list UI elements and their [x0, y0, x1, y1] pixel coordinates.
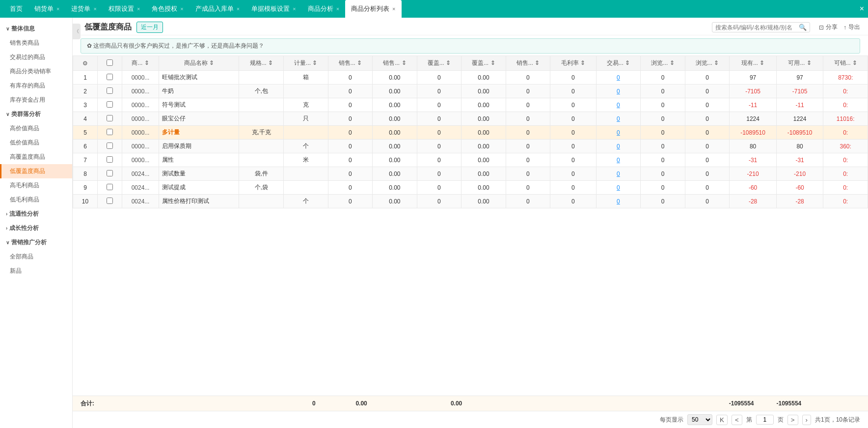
cell-check[interactable]: [98, 153, 122, 167]
nav-tab-template[interactable]: 单据模板设置 ×: [245, 0, 301, 18]
cell-name[interactable]: 牛奶: [159, 85, 239, 98]
sidebar-item-traded-goods[interactable]: 交易过的商品: [0, 50, 72, 64]
cell-name[interactable]: 属性: [159, 153, 239, 167]
filter-period-button[interactable]: 近一月: [136, 22, 163, 33]
page-size-select[interactable]: 50 20 100 200: [687, 414, 712, 425]
cell-check[interactable]: [98, 126, 122, 140]
cell-name[interactable]: 旺铺批次测试: [159, 71, 239, 85]
sidebar-item-high-coverage[interactable]: 高覆盖度商品: [0, 150, 72, 164]
trade-link[interactable]: 0: [617, 129, 620, 136]
th-coverage1[interactable]: 覆盖... ⇕: [417, 56, 461, 71]
th-unit[interactable]: 计量... ⇕: [284, 56, 328, 71]
cell-check[interactable]: [98, 181, 122, 195]
th-available[interactable]: 可用... ⇕: [776, 56, 823, 71]
trade-link[interactable]: 0: [617, 102, 620, 109]
sidebar-item-all-goods[interactable]: 全部商品: [0, 250, 72, 264]
nav-tab-role[interactable]: 角色授权 ×: [146, 0, 189, 18]
page-prev-button[interactable]: <: [732, 415, 742, 425]
th-spec[interactable]: 规格... ⇕: [239, 56, 284, 71]
nav-tab-home[interactable]: 首页: [4, 0, 28, 18]
nav-tab-permission[interactable]: 权限设置 ×: [103, 0, 146, 18]
sidebar-item-new-goods[interactable]: 新品: [0, 264, 72, 278]
th-settings[interactable]: ⚙: [73, 56, 98, 71]
cell-check[interactable]: [98, 98, 122, 112]
sidebar-section-liquidity[interactable]: › 流通性分析: [0, 207, 72, 221]
cell-name[interactable]: 属性价格打印测试: [159, 195, 239, 208]
nav-tab-analysis[interactable]: 商品分析 ×: [302, 0, 345, 18]
collapse-sidebar-button[interactable]: 《: [73, 24, 81, 39]
sidebar-section-marketing[interactable]: ∨ 营销推广分析: [0, 235, 72, 250]
cell-name[interactable]: 多计量: [159, 126, 239, 140]
th-coverage2[interactable]: 覆盖... ⇕: [461, 56, 506, 71]
row-checkbox[interactable]: [107, 87, 113, 94]
row-checkbox[interactable]: [107, 101, 113, 108]
sidebar-section-overall[interactable]: ∨ 整体信息: [0, 22, 72, 36]
sidebar-item-low-profit[interactable]: 低毛利商品: [0, 193, 72, 207]
cell-check[interactable]: [98, 140, 122, 153]
th-sales1[interactable]: 销售... ⇕: [328, 56, 373, 71]
th-code[interactable]: 商... ⇕: [122, 56, 159, 71]
close-permission-icon[interactable]: ×: [137, 0, 140, 18]
sidebar-item-category-rate[interactable]: 商品分类动销率: [0, 64, 72, 79]
trade-link[interactable]: 0: [617, 74, 620, 81]
cell-name[interactable]: 测试数量: [159, 167, 239, 181]
trade-link[interactable]: 0: [617, 88, 620, 95]
trade-link[interactable]: 0: [617, 157, 620, 164]
sidebar-item-low-value[interactable]: 低价值商品: [0, 136, 72, 150]
row-checkbox[interactable]: [107, 156, 113, 163]
nav-tab-purchase[interactable]: 进货单 ×: [65, 0, 102, 18]
th-sales3[interactable]: 销售... ⇕: [506, 56, 550, 71]
trade-link[interactable]: 0: [617, 198, 620, 205]
th-current[interactable]: 现有... ⇕: [730, 56, 777, 71]
page-input[interactable]: [756, 415, 774, 425]
close-product-in-icon[interactable]: ×: [237, 0, 240, 18]
sidebar-item-low-coverage[interactable]: 低覆盖度商品: [0, 164, 72, 178]
page-last-button[interactable]: ›: [802, 415, 811, 425]
close-sales-icon[interactable]: ×: [56, 0, 59, 18]
search-input[interactable]: [715, 24, 799, 31]
sidebar-section-cluster[interactable]: ∨ 类群落分析: [0, 107, 72, 121]
row-checkbox[interactable]: [107, 170, 113, 176]
th-sales2[interactable]: 销售... ⇕: [373, 56, 417, 71]
sidebar-item-high-profit[interactable]: 高毛利商品: [0, 178, 72, 193]
th-name[interactable]: 商品名称 ⇕: [159, 56, 239, 71]
row-checkbox[interactable]: [107, 115, 113, 121]
th-gross[interactable]: 毛利率 ⇕: [550, 56, 597, 71]
row-checkbox[interactable]: [107, 184, 113, 190]
close-role-icon[interactable]: ×: [180, 0, 183, 18]
row-checkbox[interactable]: [107, 129, 113, 135]
row-checkbox[interactable]: [107, 74, 113, 80]
select-all-checkbox[interactable]: [107, 59, 113, 66]
cell-check[interactable]: [98, 85, 122, 98]
th-trade[interactable]: 交易... ⇕: [596, 56, 641, 71]
cell-check[interactable]: [98, 112, 122, 126]
th-browse1[interactable]: 浏览... ⇕: [641, 56, 685, 71]
close-analysis-list-icon[interactable]: ×: [392, 0, 395, 18]
cell-name[interactable]: 眼宝公仔: [159, 112, 239, 126]
close-purchase-icon[interactable]: ×: [93, 0, 96, 18]
trade-link[interactable]: 0: [617, 184, 620, 191]
search-icon[interactable]: 🔍: [799, 24, 807, 31]
export-button[interactable]: ↑ 导出: [843, 23, 860, 31]
th-saleable[interactable]: 可销... ⇕: [823, 56, 868, 71]
th-browse2[interactable]: 浏览... ⇕: [685, 56, 730, 71]
cell-check[interactable]: [98, 71, 122, 85]
sidebar-item-high-value[interactable]: 高价值商品: [0, 121, 72, 136]
nav-tab-sales[interactable]: 销货单 ×: [28, 0, 65, 18]
trade-link[interactable]: 0: [617, 115, 620, 122]
close-template-icon[interactable]: ×: [293, 0, 296, 18]
share-button[interactable]: ⊡ 分享: [819, 23, 838, 31]
page-first-button[interactable]: K: [716, 415, 728, 425]
sidebar-section-growth[interactable]: › 成长性分析: [0, 221, 72, 235]
row-checkbox[interactable]: [107, 143, 113, 149]
close-analysis-icon[interactable]: ×: [336, 0, 339, 18]
nav-tab-analysis-list[interactable]: 商品分析列表 ×: [345, 0, 401, 18]
cell-name[interactable]: 启用保质期: [159, 140, 239, 153]
page-next-button[interactable]: >: [787, 415, 798, 425]
cell-check[interactable]: [98, 167, 122, 181]
close-all-button[interactable]: ×: [860, 4, 864, 13]
nav-tab-product-in[interactable]: 产成品入库单 ×: [190, 0, 245, 18]
sidebar-item-stock-capital[interactable]: 库存资金占用: [0, 93, 72, 107]
trade-link[interactable]: 0: [617, 143, 620, 150]
row-checkbox[interactable]: [107, 198, 113, 204]
